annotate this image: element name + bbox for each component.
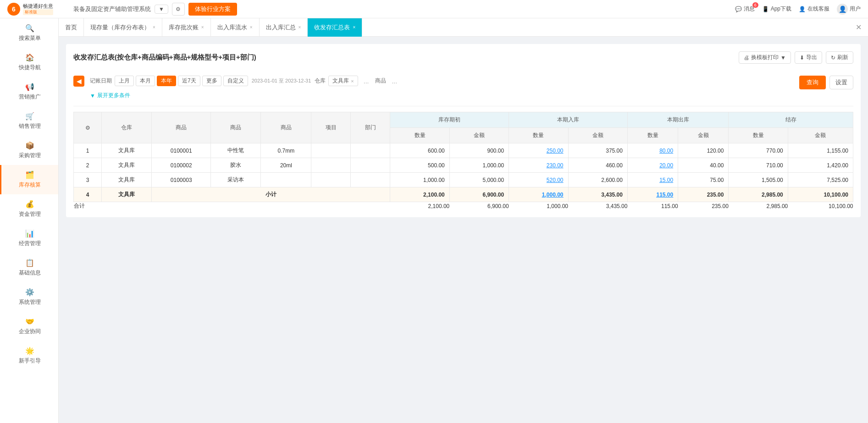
row-closing-qty: 710.00 — [729, 158, 788, 173]
subtotal-label: 小计 — [152, 187, 390, 202]
search-icon: 🔍 — [25, 24, 34, 33]
warehouse-tag: 文具库 × — [328, 76, 358, 86]
row-product-code: 0100002 — [152, 158, 211, 173]
sidebar-item-inventory[interactable]: 🗂️ 库存核算 — [0, 165, 58, 194]
row-out-qty[interactable]: 80.00 — [627, 143, 678, 158]
sidebar-item-enterprise[interactable]: 🤝 企业协同 — [0, 312, 58, 341]
tab-close-inout-summary[interactable]: × — [299, 25, 301, 30]
logo-icon: 6 — [7, 3, 20, 16]
row-in-qty[interactable]: 230.00 — [509, 158, 568, 173]
page-card: 收发存汇总表(按仓库+商品编码+商品+规格型号+项目+部门) 🖨 换模板打印 ▼… — [66, 44, 861, 217]
print-template-button[interactable]: 🖨 换模板打印 ▼ — [739, 51, 791, 64]
gear-button[interactable]: ⚙ — [172, 3, 185, 16]
sidebar-item-purchase[interactable]: 📦 采购管理 — [0, 136, 58, 165]
tab-batch-ledger[interactable]: 库存批次账 × — [162, 18, 211, 37]
data-table: ⚙ 仓库 商品 商品 商品 项目 部门 库存期初 本期入库 本期出库 结存 — [73, 112, 853, 210]
chevron-down-icon: ▼ — [90, 93, 95, 99]
sidebar-item-newbie[interactable]: 🌟 新手引导 — [0, 341, 58, 370]
table-settings-icon[interactable]: ⚙ — [85, 125, 90, 131]
row-project — [311, 173, 351, 187]
row-department — [351, 173, 390, 187]
refresh-button[interactable]: ↻ 刷新 — [826, 51, 853, 64]
sidebar-item-system[interactable]: ⚙️ 系统管理 — [0, 282, 58, 312]
date-btn-this-year[interactable]: 本年 — [157, 76, 176, 86]
row-in-amt: 375.00 — [568, 143, 627, 158]
row-product-code: 0100001 — [152, 143, 211, 158]
online-service-button[interactable]: 👤 在线客服 — [799, 5, 829, 13]
tab-inout-flow[interactable]: 出入库流水 × — [211, 18, 260, 37]
settings-button[interactable]: 设置 — [829, 76, 853, 89]
warehouse-tag-close[interactable]: × — [351, 78, 354, 84]
sidebar-item-quick-nav[interactable]: 🏠 快捷导航 — [0, 48, 58, 77]
system-title: 装备及固定资产辅助管理系统 — [73, 5, 151, 13]
sidebar-item-operations[interactable]: 📊 经营管理 — [0, 224, 58, 253]
sidebar-item-sales[interactable]: 🛒 销售管理 — [0, 106, 58, 136]
sidebar-item-marketing[interactable]: 📢 营销推广 — [0, 77, 58, 106]
table-row: 1 文具库 0100001 中性笔 0.7mm 600.00 900.00 25… — [74, 143, 853, 158]
marketing-icon: 📢 — [25, 82, 34, 91]
filter-fields: 记账日期 上月 本月 本年 近7天 更多 自定义 2023-01-0 — [90, 76, 794, 101]
total-in-qty: 1,000.00 — [509, 202, 568, 210]
tab-close-receive-send-summary[interactable]: × — [353, 25, 355, 30]
total-closing-amt: 10,100.00 — [788, 202, 853, 210]
col-product-spec-header: 商品 — [261, 112, 311, 143]
date-btn-more[interactable]: 更多 — [202, 76, 221, 86]
row-out-qty[interactable]: 20.00 — [627, 158, 678, 173]
subtotal-out-qty[interactable]: 115.00 — [627, 187, 678, 202]
date-range-display: 2023-01-01 至 2023-12-31 — [252, 77, 311, 84]
subtotal-warehouse: 文具库 — [102, 187, 152, 202]
top-bar-center: 装备及固定资产辅助管理系统 ▼ ⚙ 体验行业方案 — [73, 3, 735, 16]
inventory-icon: 🗂️ — [25, 170, 34, 179]
total-row: 合计 2,100.00 6,900.00 1,000.00 3,435.00 1… — [74, 202, 853, 210]
tab-close-inout-flow[interactable]: × — [250, 25, 253, 30]
tab-close-batch-ledger[interactable]: × — [201, 25, 204, 30]
tab-inout-summary[interactable]: 出入库汇总 × — [260, 18, 308, 37]
table-row: 2 文具库 0100002 胶水 20ml 500.00 1,000.00 23… — [74, 158, 853, 173]
row-no: 2 — [74, 158, 102, 173]
sidebar-item-basic-info[interactable]: 📋 基础信息 — [0, 253, 58, 282]
tab-close-inventory-dist[interactable]: × — [153, 25, 155, 30]
refresh-icon: ↻ — [831, 55, 835, 61]
query-button[interactable]: 查询 — [799, 76, 826, 89]
col-product-name-header: 商品 — [211, 112, 261, 143]
row-product-code: 0100003 — [152, 173, 211, 187]
row-opening-qty: 1,000.00 — [390, 173, 449, 187]
tab-inventory-dist[interactable]: 现存量（库存分布表） × — [84, 18, 162, 37]
logo-area: 6 畅捷通好生意 标准版 — [7, 3, 66, 16]
row-out-qty[interactable]: 15.00 — [627, 173, 678, 187]
date-btn-7days[interactable]: 近7天 — [178, 76, 200, 86]
col-out-qty-header: 数量 — [627, 128, 678, 143]
col-project-header: 项目 — [311, 112, 351, 143]
row-in-qty[interactable]: 520.00 — [509, 173, 568, 187]
subtotal-no: 4 — [74, 187, 102, 202]
date-btn-custom[interactable]: 自定义 — [223, 76, 248, 86]
tab-receive-send-summary[interactable]: 收发存汇总表 × — [308, 18, 362, 37]
expand-conditions-button[interactable]: ▼ 展开更多条件 — [90, 90, 794, 101]
row-closing-qty: 770.00 — [729, 143, 788, 158]
row-project — [311, 143, 351, 158]
tab-home[interactable]: 首页 — [59, 18, 84, 37]
messages-button[interactable]: 💬 消息 6 — [735, 5, 755, 13]
trial-button[interactable]: 体验行业方案 — [188, 3, 237, 16]
filter-row-1: 记账日期 上月 本月 本年 近7天 更多 自定义 2023-01-0 — [90, 76, 794, 86]
product-ellipsis[interactable]: ... — [389, 77, 400, 86]
sidebar-item-finance[interactable]: 💰 资金管理 — [0, 194, 58, 224]
sidebar-item-search[interactable]: 🔍 搜索菜单 — [0, 18, 58, 48]
date-btn-last-month[interactable]: 上月 — [115, 76, 134, 86]
user-menu[interactable]: 👤 用户 — [837, 4, 861, 15]
date-btn-this-month[interactable]: 本月 — [136, 76, 155, 86]
row-opening-amt: 900.00 — [449, 143, 509, 158]
filter-actions: 查询 设置 — [799, 76, 853, 89]
row-in-qty[interactable]: 250.00 — [509, 143, 568, 158]
warehouse-ellipsis[interactable]: ... — [361, 77, 372, 86]
filter-collapse-button[interactable]: ◀ — [73, 76, 84, 87]
export-button[interactable]: ⬇ 导出 — [795, 51, 822, 64]
system-dropdown[interactable]: ▼ — [155, 5, 168, 14]
app-download-button[interactable]: 📱 App下载 — [762, 5, 791, 13]
row-project — [311, 158, 351, 173]
sales-icon: 🛒 — [25, 112, 34, 121]
col-out-group-header: 本期出库 — [627, 112, 728, 128]
subtotal-in-qty[interactable]: 1,000.00 — [509, 187, 568, 202]
tab-bar-close-button[interactable]: ✕ — [849, 18, 868, 37]
col-in-amt-header: 金额 — [568, 128, 627, 143]
